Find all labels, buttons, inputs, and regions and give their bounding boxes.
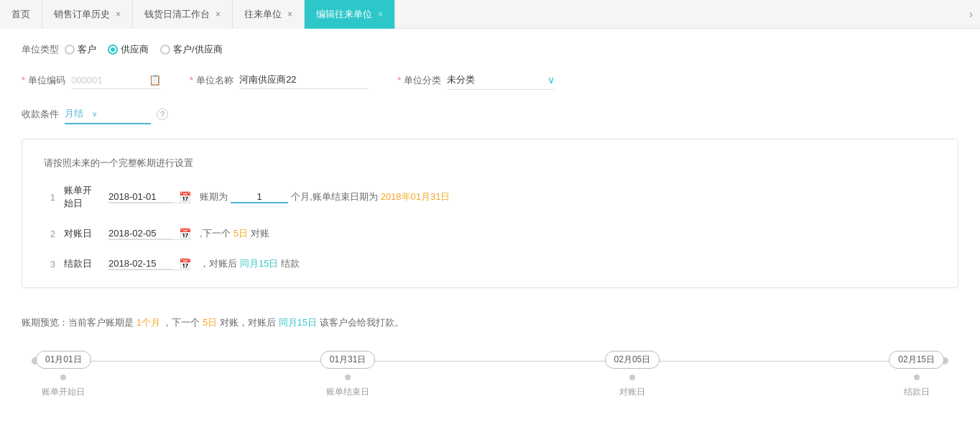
payment-terms-label: 收款条件 <box>22 108 59 121</box>
row-type-2: 对账日 <box>64 227 100 240</box>
settings-box-title: 请按照未来的一个完整帐期进行设置 <box>44 157 936 170</box>
preview-text4: 该客户会给我打款。 <box>320 317 404 328</box>
tab-cash-work-label: 钱货日清工作台 <box>144 8 210 21</box>
tab-cash-work[interactable]: 钱货日清工作台 × <box>133 0 233 29</box>
timeline-label-1: 账单开始日 <box>42 386 85 398</box>
row-type-3: 结款日 <box>64 257 100 270</box>
period-input[interactable] <box>231 191 288 203</box>
timeline-node-1 <box>60 374 66 380</box>
timeline-badge-2: 01月31日 <box>320 351 376 369</box>
date-field-2: 📅 <box>108 228 191 240</box>
unit-code-icon[interactable]: 📋 <box>149 74 161 86</box>
date-input-2[interactable] <box>108 228 173 239</box>
unit-type-row: 单位类型 客户 供应商 客户/供应商 <box>22 43 958 56</box>
setting-row-1: 1 账单开始日 📅 账期为 个月,账单结束日期为 2018年01月31日 <box>44 184 936 210</box>
timeline-point-1: 01月01日 账单开始日 <box>36 351 91 398</box>
preview-part1: 1个月 <box>137 317 160 328</box>
settings-box: 请按照未来的一个完整帐期进行设置 1 账单开始日 📅 账期为 个月,账单结束日期… <box>22 139 958 288</box>
unit-code-input[interactable] <box>71 72 143 88</box>
preview-section: 账期预览：当前客户账期是 1个月 ，下一个 5日 对账，对账后 同月15日 该客… <box>22 303 958 427</box>
calendar-icon-2[interactable]: 📅 <box>179 228 191 239</box>
timeline-point-2: 01月31日 账单结束日 <box>320 351 376 398</box>
tab-partner-units-label: 往来单位 <box>244 8 282 21</box>
unit-type-label: 单位类型 <box>22 43 59 56</box>
tab-partner-units[interactable]: 往来单位 × <box>233 0 305 29</box>
unit-category-value: 未分类 <box>447 73 475 86</box>
preview-label: 账期预览：当前客户账期是 <box>22 317 134 328</box>
row-number-2: 2 <box>44 229 55 239</box>
tab-sales-history-close[interactable]: × <box>116 9 121 19</box>
desc-after-2: 对账 <box>251 227 269 240</box>
desc-before-1: 账期为 <box>200 190 228 203</box>
payment-terms-arrow: ∨ <box>92 110 97 118</box>
radio-customer-label: 客户 <box>78 43 96 56</box>
tab-edit-partner-close[interactable]: × <box>378 9 383 19</box>
timeline-node-4 <box>914 374 920 380</box>
timeline-point-4: 02月15日 结款日 <box>889 351 944 398</box>
tab-partner-units-close[interactable]: × <box>287 9 292 19</box>
unit-category-star: * <box>397 75 401 86</box>
date-input-3[interactable] <box>108 258 173 270</box>
timeline-badge-1: 01月01日 <box>36 351 91 369</box>
setting-row-3: 3 结款日 📅 ，对账后 同月15日 结款 <box>44 257 936 270</box>
tab-edit-partner-label: 编辑往来单位 <box>316 8 372 21</box>
timeline-label-3: 对账日 <box>619 386 645 398</box>
preview-text3: 对账，对账后 <box>220 317 276 328</box>
radio-supplier-circle <box>108 45 118 55</box>
tabs-bar: 首页 销售订单历史 × 钱货日清工作台 × 往来单位 × 编辑往来单位 × › <box>0 0 980 29</box>
tab-edit-partner[interactable]: 编辑往来单位 × <box>305 0 395 29</box>
row-number-1: 1 <box>44 192 55 203</box>
unit-name-input[interactable] <box>239 72 369 89</box>
highlight-3: 同月15日 <box>240 257 278 270</box>
highlight-2a: 5日 <box>234 227 248 240</box>
date-field-1: 📅 <box>108 191 191 203</box>
desc-after-3: 结款 <box>281 257 300 270</box>
tab-sales-history[interactable]: 销售订单历史 × <box>42 0 133 29</box>
preview-part2: 5日 <box>203 317 217 328</box>
date-input-1[interactable] <box>108 191 173 203</box>
radio-both[interactable]: 客户/供应商 <box>160 43 223 56</box>
timeline-badge-3: 02月05日 <box>605 351 660 369</box>
preview-text2: ，下一个 <box>162 317 200 328</box>
tab-home[interactable]: 首页 <box>0 0 42 29</box>
radio-both-label: 客户/供应商 <box>173 43 223 56</box>
payment-terms-help[interactable]: ? <box>157 109 168 120</box>
unit-category-group: * 单位分类 未分类 ∨ <box>397 70 555 90</box>
unit-code-label: 单位编码 <box>28 74 65 87</box>
calendar-icon-1[interactable]: 📅 <box>179 191 191 203</box>
timeline-label-4: 结款日 <box>904 386 930 398</box>
tab-home-label: 首页 <box>11 8 30 21</box>
unit-category-arrow: ∨ <box>547 74 555 86</box>
date-field-3: 📅 <box>108 258 191 270</box>
timeline: 01月01日 账单开始日 01月31日 账单结束日 02月05日 对账日 <box>22 345 958 427</box>
row-type-1: 账单开始日 <box>64 184 100 210</box>
row-number-3: 3 <box>44 259 55 270</box>
timeline-badge-4: 02月15日 <box>889 351 944 369</box>
payment-terms-row: 收款条件 月结 ∨ ? <box>22 104 958 124</box>
tab-cash-work-close[interactable]: × <box>216 9 221 19</box>
unit-type-radio-group: 客户 供应商 客户/供应商 <box>65 43 223 56</box>
timeline-node-2 <box>345 374 351 380</box>
radio-customer[interactable]: 客户 <box>65 43 96 56</box>
radio-supplier[interactable]: 供应商 <box>108 43 149 56</box>
radio-both-circle <box>160 45 170 55</box>
unit-name-star: * <box>190 75 193 86</box>
calendar-icon-3[interactable]: 📅 <box>179 258 191 270</box>
unit-category-label: 单位分类 <box>404 74 441 87</box>
unit-name-label: 单位名称 <box>196 74 234 87</box>
tab-sales-history-label: 销售订单历史 <box>54 8 110 21</box>
unit-code-group: * 单位编码 📋 <box>22 72 161 89</box>
tabs-more-button[interactable]: › <box>962 0 980 29</box>
timeline-points: 01月01日 账单开始日 01月31日 账单结束日 02月05日 对账日 <box>36 351 944 398</box>
row-desc-3: ，对账后 同月15日 结款 <box>200 257 300 270</box>
unit-details-row: * 单位编码 📋 * 单位名称 * 单位分类 未分类 ∨ <box>22 70 958 90</box>
payment-terms-select[interactable]: 月结 ∨ <box>65 104 151 124</box>
highlight-1: 2018年01月31日 <box>381 190 450 203</box>
payment-terms-value: 月结 <box>65 107 83 120</box>
timeline-label-2: 账单结束日 <box>326 386 369 398</box>
desc-before-3: ，对账后 <box>200 257 237 270</box>
unit-category-select[interactable]: 未分类 ∨ <box>447 70 555 90</box>
unit-name-group: * 单位名称 <box>190 72 369 89</box>
preview-text: 账期预览：当前客户账期是 1个月 ，下一个 5日 对账，对账后 同月15日 该客… <box>22 314 958 331</box>
timeline-node-3 <box>629 374 635 380</box>
